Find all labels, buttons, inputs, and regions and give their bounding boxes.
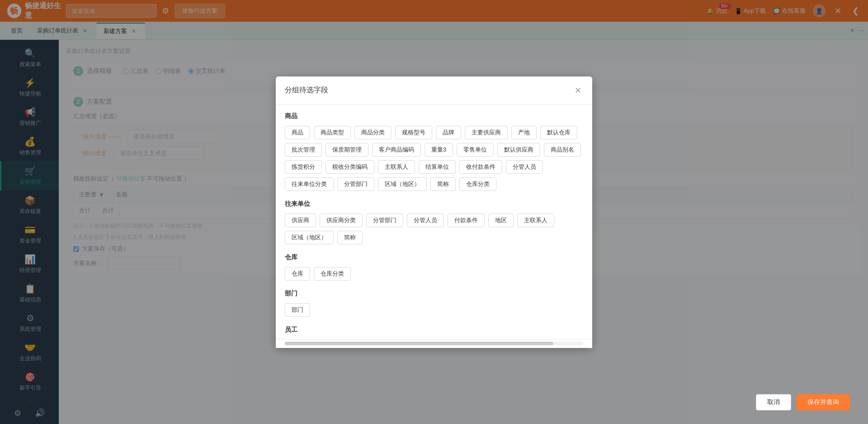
field-tag[interactable]: 批次管理 [285,143,322,157]
field-tag[interactable]: 地区 [488,214,514,227]
field-tag[interactable]: 分管人员 [407,214,444,227]
section-partner-title: 往来单位 [285,200,583,208]
field-tag[interactable]: 默认仓库 [540,126,577,139]
section-partner: 往来单位 供应商 供应商分类 分管部门 分管人员 付款条件 地区 主联系人 区域… [285,200,583,244]
section-warehouse-fields: 仓库 仓库分类 [285,267,583,281]
field-tag[interactable]: 客户商品编码 [372,143,421,157]
modal-footer: 取消 保存并查询 [756,394,850,410]
section-department-fields: 部门 [285,303,583,317]
modal-title: 分组待选字段 [285,86,328,95]
field-tag[interactable]: 简称 [430,177,456,191]
field-tag[interactable]: 零售单位 [457,143,494,157]
modal-body[interactable]: 商品 商品 商品类型 商品分类 规格型号 品牌 主要供应商 产地 默认仓库 批次… [276,105,592,339]
field-tag[interactable]: 仓库分类 [314,267,351,281]
field-tag[interactable]: 分管部门 [366,214,403,227]
field-tag[interactable]: 结算单位 [419,160,456,174]
section-product-fields: 商品 商品类型 商品分类 规格型号 品牌 主要供应商 产地 默认仓库 批次管理 … [285,126,583,191]
field-tag[interactable]: 仓库 [285,267,310,281]
section-employee-title: 员工 [285,326,583,334]
field-tag[interactable]: 分管部门 [337,177,374,191]
field-tag[interactable]: 主联系人 [378,160,415,174]
section-partner-fields: 供应商 供应商分类 分管部门 分管人员 付款条件 地区 主联系人 区域（地区） … [285,214,583,244]
save-button[interactable]: 保存并查询 [797,394,850,410]
field-tag[interactable]: 规格型号 [395,126,432,139]
field-tag[interactable]: 区域（地区） [378,177,427,191]
field-tag[interactable]: 部门 [285,303,310,317]
field-tag[interactable]: 往来单位分类 [285,177,334,191]
modal: 分组待选字段 ✕ 商品 商品 商品类型 商品分类 规格型号 品牌 主要供应商 产… [276,76,592,348]
cancel-button[interactable]: 取消 [756,394,791,410]
field-tag[interactable]: 品牌 [436,126,461,139]
field-tag[interactable]: 供应商 [285,214,316,227]
modal-header: 分组待选字段 ✕ [276,76,592,105]
field-tag[interactable]: 商品 [285,126,310,139]
modal-close-button[interactable]: ✕ [573,84,583,97]
field-tag[interactable]: 分管人员 [506,160,543,174]
field-tag[interactable]: 税收分类编码 [326,160,374,174]
field-tag[interactable]: 付款条件 [448,214,485,227]
field-tag[interactable]: 简称 [337,231,363,244]
field-tag[interactable]: 拣货积分 [285,160,322,174]
section-department: 部门 部门 [285,290,583,317]
field-tag[interactable]: 商品分类 [354,126,392,139]
field-tag[interactable]: 主要供应商 [465,126,508,139]
section-department-title: 部门 [285,290,583,298]
section-employee: 员工 业务员 [285,326,583,339]
section-product-title: 商品 [285,112,583,120]
field-tag[interactable]: 保质期管理 [326,143,368,157]
field-tag[interactable]: 供应商分类 [320,214,363,227]
section-product: 商品 商品 商品类型 商品分类 规格型号 品牌 主要供应商 产地 默认仓库 批次… [285,112,583,191]
field-tag[interactable]: 主联系人 [517,214,554,227]
field-tag[interactable]: 商品别名 [544,143,581,157]
field-tag[interactable]: 产地 [511,126,537,139]
field-tag[interactable]: 商品类型 [314,126,351,139]
modal-overlay: 分组待选字段 ✕ 商品 商品 商品类型 商品分类 规格型号 品牌 主要供应商 产… [0,0,868,424]
field-tag[interactable]: 重量3 [425,143,453,157]
section-warehouse: 仓库 仓库 仓库分类 [285,253,583,281]
section-warehouse-title: 仓库 [285,253,583,262]
field-tag[interactable]: 区域（地区） [285,231,334,244]
field-tag[interactable]: 仓库分类 [459,177,496,191]
field-tag[interactable]: 默认供应商 [497,143,540,157]
field-tag[interactable]: 收付款条件 [459,160,502,174]
